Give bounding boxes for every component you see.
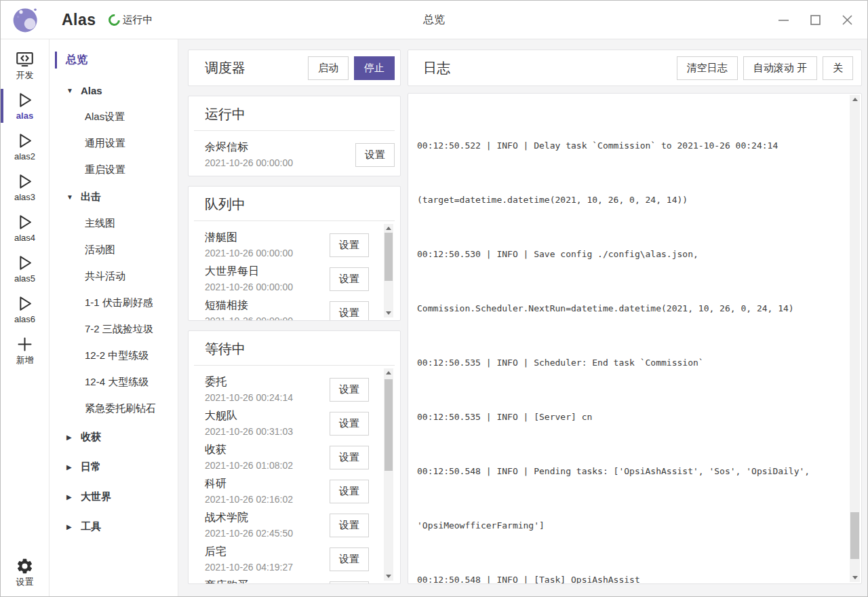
menu-sidebar: 总览 Alas Alas设置 通用设置 xyxy=(50,39,178,596)
menu-group-header[interactable]: 收获 xyxy=(55,422,178,452)
task-setting-button[interactable]: 设置 xyxy=(330,267,369,291)
task-row: 科研 2021-10-26 02:16:02 设置 xyxy=(205,474,369,508)
rail-item[interactable]: alas6 xyxy=(1,289,49,330)
pending-scrollbar[interactable] xyxy=(384,224,393,317)
task-next-run-time: 2021-10-26 00:00:00 xyxy=(205,313,324,320)
task-setting-button[interactable]: 设置 xyxy=(330,301,369,321)
menu-group: 收获 xyxy=(55,422,178,452)
task-setting-button[interactable]: 设置 xyxy=(330,412,369,436)
task-setting-button[interactable]: 设置 xyxy=(330,480,369,503)
triangle-icon xyxy=(66,434,73,441)
menu-group-header[interactable]: Alas xyxy=(55,77,178,104)
clear-log-button[interactable]: 清空日志 xyxy=(677,56,738,80)
menu-group-label: 工具 xyxy=(81,520,101,533)
start-button[interactable]: 启动 xyxy=(308,56,349,80)
rail-item[interactable]: alas4 xyxy=(1,208,49,248)
rail-item-label: alas3 xyxy=(14,193,35,202)
play-icon xyxy=(16,91,34,109)
scrollbar-up-arrow[interactable] xyxy=(384,224,393,233)
scrollbar-down-arrow[interactable] xyxy=(384,309,393,317)
menu-group: 大世界 xyxy=(55,482,178,512)
scrollbar-up-arrow[interactable] xyxy=(850,95,860,104)
stop-button[interactable]: 停止 xyxy=(354,56,395,80)
menu-item[interactable]: 1-1 伏击刷好感 xyxy=(55,290,178,316)
pending-card: 队列中 潜艇图 2021-10-26 00:00:00 设置 xyxy=(188,186,401,321)
waiting-title: 等待中 xyxy=(189,340,400,365)
menu-item[interactable]: Alas设置 xyxy=(55,104,178,130)
task-setting-button[interactable]: 设置 xyxy=(330,547,369,571)
task-row: 商店购买 设置 xyxy=(205,576,369,583)
task-setting-button[interactable]: 设置 xyxy=(355,143,395,167)
menu-item-overview[interactable]: 总览 xyxy=(55,50,178,70)
menu-item[interactable]: 12-2 中型练级 xyxy=(55,343,178,369)
menu-item[interactable]: 重启设置 xyxy=(55,157,178,183)
play-icon xyxy=(16,213,34,231)
minimize-button[interactable] xyxy=(777,14,790,26)
log-title: 日志 xyxy=(423,59,450,77)
maximize-button[interactable] xyxy=(809,14,822,26)
log-line: 00:12:50.522 | INFO | Delay task `Commis… xyxy=(417,139,841,153)
menu-item[interactable]: 主线图 xyxy=(55,210,178,237)
menu-group-header[interactable]: 出击 xyxy=(55,183,178,210)
scrollbar-up-arrow[interactable] xyxy=(384,368,393,377)
scrollbar-thumb[interactable] xyxy=(850,512,859,559)
rail-item-label: 新增 xyxy=(16,355,34,365)
task-name: 潜艇图 xyxy=(205,229,324,246)
autoscroll-on-button[interactable]: 自动滚动 开 xyxy=(743,56,817,80)
task-name: 商店购买 xyxy=(205,577,324,583)
scrollbar-thumb[interactable] xyxy=(384,379,393,471)
running-title: 运行中 xyxy=(189,105,400,130)
rail-item-settings[interactable]: 设置 xyxy=(1,552,49,592)
task-setting-button[interactable]: 设置 xyxy=(330,514,369,537)
triangle-icon xyxy=(66,493,73,501)
task-name: 后宅 xyxy=(205,543,324,560)
rail-item[interactable]: 开发 xyxy=(1,45,49,85)
menu-item[interactable]: 紧急委托刷钻石 xyxy=(55,396,178,422)
triangle-icon xyxy=(66,193,73,201)
close-button[interactable] xyxy=(841,14,854,26)
window-controls xyxy=(777,14,856,26)
task-setting-button[interactable]: 设置 xyxy=(330,446,369,469)
autoscroll-off-button[interactable]: 关 xyxy=(823,56,853,80)
rail-item-label: alas4 xyxy=(14,233,35,243)
task-row: 后宅 2021-10-26 04:19:27 设置 xyxy=(205,542,369,576)
task-setting-button[interactable]: 设置 xyxy=(330,233,369,257)
menu-group-header[interactable]: 日常 xyxy=(55,452,178,482)
log-scrollbar[interactable] xyxy=(850,95,860,582)
rail-item[interactable]: alas xyxy=(1,85,49,126)
triangle-icon xyxy=(66,87,73,94)
menu-item[interactable]: 通用设置 xyxy=(55,130,178,157)
task-name: 短猫相接 xyxy=(205,297,324,313)
task-row: 余烬信标 2021-10-26 00:00:00 设置 xyxy=(205,138,395,172)
task-next-run-time: 2021-10-26 02:45:50 xyxy=(205,526,324,541)
log-line: 00:12:50.548 | INFO | [Task] OpsiAshAssi… xyxy=(417,573,841,584)
log-header-bar: 日志 清空日志 自动滚动 开 关 xyxy=(408,50,862,86)
task-setting-button[interactable]: 设置 xyxy=(330,378,369,402)
scrollbar-down-arrow[interactable] xyxy=(850,573,860,582)
running-spinner-icon xyxy=(106,12,122,28)
menu-group: 出击 主线图 活动图 共斗活动 1-1 伏击刷好感 xyxy=(55,183,178,422)
rail-item[interactable]: alas5 xyxy=(1,248,49,289)
rail-item-label: alas5 xyxy=(14,274,35,284)
task-name: 收获 xyxy=(205,442,324,458)
play-icon xyxy=(16,172,34,191)
menu-group-header[interactable]: 工具 xyxy=(55,512,178,541)
log-line: 'OpsiMeowfficerFarming'] xyxy=(417,519,841,533)
waiting-scrollbar[interactable] xyxy=(384,368,393,581)
app-window: Alas 运行中 总览 开发 xyxy=(0,0,868,597)
menu-item[interactable]: 7-2 三战捡垃圾 xyxy=(55,316,178,343)
menu-group-header[interactable]: 大世界 xyxy=(55,482,178,512)
scrollbar-thumb[interactable] xyxy=(384,233,393,281)
menu-group-label: Alas xyxy=(81,85,102,96)
menu-item[interactable]: 共斗活动 xyxy=(55,263,178,290)
rail-item[interactable]: 新增 xyxy=(1,330,49,370)
rail-item-label: alas2 xyxy=(14,152,35,161)
rail-item[interactable]: alas3 xyxy=(1,167,49,208)
main-content: 调度器 启动 停止 运行中 余烬信标 202 xyxy=(178,39,867,596)
menu-item[interactable]: 活动图 xyxy=(55,237,178,263)
menu-item[interactable]: 12-4 大型练级 xyxy=(55,369,178,396)
rail-item[interactable]: alas2 xyxy=(1,126,49,167)
scrollbar-down-arrow[interactable] xyxy=(384,572,393,581)
task-next-run-time: 2021-10-26 00:00:00 xyxy=(205,155,350,170)
task-setting-button[interactable]: 设置 xyxy=(330,581,369,584)
